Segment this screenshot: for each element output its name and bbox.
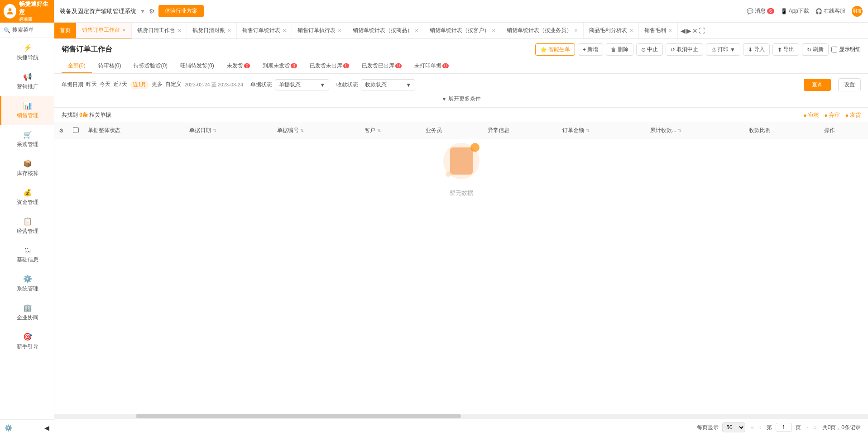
industry-btn[interactable]: 体验行业方案 [158,5,204,17]
tab-next-btn[interactable]: ▶ [686,27,691,34]
tab-sales-order[interactable]: 销售订单工作台 ✕ [77,23,132,39]
export-btn[interactable]: ⬆ 导出 [772,43,799,56]
add-btn[interactable]: + 新增 [578,43,603,56]
scrollbar-thumb[interactable] [136,414,461,418]
col-number[interactable]: 单据编号 ⇅ [273,123,360,138]
sidebar-item-sales[interactable]: 📊 销售管理 [0,96,54,125]
tab-close-cash-daily[interactable]: ✕ [177,28,181,33]
show-detail-label[interactable]: 显示明细 [831,46,861,53]
col-amount[interactable]: 订单金额 ⇅ [558,123,645,138]
cancel-suspend-btn[interactable]: ↺ 取消中止 [666,43,703,56]
tab-sales-exec[interactable]: 销售订单执行表 ✕ [292,23,347,39]
tab-sales-summary-customer[interactable]: 销货单统计表（按客户） ✕ [424,23,501,39]
app-download-btn[interactable]: 📱 App下载 [781,7,809,15]
tab-sales-summary-staff[interactable]: 销货单统计表（按业务员） ✕ [501,23,584,39]
sidebar-item-enterprise[interactable]: 🏢 企业协同 [0,298,54,327]
col-date[interactable]: 单据日期 ⇅ [185,123,272,138]
tab-close-product-profit[interactable]: ✕ [629,28,633,33]
sub-tab-not-shipped[interactable]: 未发货0 [221,59,257,73]
col-gear[interactable]: ⚙ [54,123,68,138]
setting-btn[interactable]: 设置 [838,78,861,91]
status-filter: 单据状态 单据状态 ▼ [250,79,329,90]
date-7days[interactable]: 近7天 [113,81,127,89]
next-page-btn[interactable]: › [805,423,810,431]
suspend-btn[interactable]: ⊙ 中止 [636,43,663,56]
settings-icon[interactable]: ⚙️ [5,424,12,431]
tab-close-sales-summary-customer[interactable]: ✕ [492,28,495,33]
tab-prev-btn[interactable]: ◀ [681,27,686,34]
sidebar-item-inventory[interactable]: 📦 库存核算 [0,154,54,183]
sidebar-item-operations[interactable]: 📋 经营管理 [0,212,54,241]
date-custom[interactable]: 自定义 [165,81,182,89]
tab-sales-profit[interactable]: 销售毛利 ✕ [639,23,678,39]
select-all-checkbox[interactable] [73,127,79,133]
sub-tab-overdue-not-shipped[interactable]: 到期未发货0 [256,59,303,73]
sub-tab-shipped-out[interactable]: 已发货已出库0 [355,59,408,73]
import-btn[interactable]: ⬇ 导入 [743,43,770,56]
date-1month[interactable]: 近1月 [130,81,149,89]
sidebar-item-quick-nav[interactable]: ⚡ 快捷导航 [0,38,54,67]
online-service-btn[interactable]: 🎧 在线客服 [815,7,845,15]
sub-tab-pending-review[interactable]: 待审核(0) [92,59,128,73]
sidebar-item-marketing[interactable]: 📢 营销推广 [0,67,54,96]
tab-sales-stats[interactable]: 销售订单统计表 ✕ [237,23,292,39]
quick-nav-icon: ⚡ [23,43,32,52]
tab-close-cash-reconcile[interactable]: ✕ [227,28,231,33]
table-scroll-container[interactable]: ⚙ 单据整体状态 单据日期 ⇅ 单据编号 ⇅ 客户 ⇅ 业务员 异常信息 订单金… [54,123,868,414]
tab-close-sales-summary-staff[interactable]: ✕ [574,28,578,33]
collapse-icon[interactable]: ◀ [44,424,49,431]
show-detail-checkbox[interactable] [831,47,837,52]
cancel-review-action[interactable]: ● 弃审 [825,111,840,119]
status-select[interactable]: 单据状态 ▼ [275,79,329,90]
sidebar-item-guide[interactable]: 🎯 新手引导 [0,327,54,356]
sub-tab-shipped-not-out[interactable]: 已发货未出库0 [303,59,356,73]
tab-close-sales-summary-product[interactable]: ✕ [415,28,418,33]
tab-home[interactable]: 首页 [54,23,77,39]
col-exception: 异常信息 [483,123,558,138]
dropdown-icon[interactable]: ▼ [140,8,145,14]
horizontal-scrollbar[interactable] [54,414,868,418]
sub-tab-wangpu-delivery[interactable]: 旺铺待发货(0) [174,59,221,73]
user-btn[interactable]: 用友 [852,6,863,17]
sidebar-item-purchase[interactable]: 🛒 采购管理 [0,125,54,154]
tab-cash-reconcile[interactable]: 钱货日清对账 ✕ [187,23,237,39]
sub-tab-pending-check[interactable]: 待拣货验货(0) [127,59,174,73]
sidebar-item-system[interactable]: ⚙️ 系统管理 [0,269,54,298]
settings-gear-icon[interactable]: ⚙ [149,8,155,15]
sidebar-item-finance[interactable]: 💰 资金管理 [0,183,54,212]
tab-close-sales-order[interactable]: ✕ [122,28,126,33]
page-input[interactable] [776,423,792,432]
query-btn[interactable]: 查询 [804,79,831,91]
refresh-btn[interactable]: ↻ 刷新 [802,43,829,56]
smart-create-btn[interactable]: ⭐ 智能生单 [535,43,575,56]
sidebar-item-basic-info[interactable]: 🗂 基础信息 [0,241,54,269]
tab-product-profit[interactable]: 商品毛利分析表 ✕ [584,23,639,39]
sub-tab-all[interactable]: 全部(0) [62,59,92,73]
print-btn[interactable]: 🖨 打印 ▼ [706,43,740,56]
date-today[interactable]: 今天 [100,81,110,89]
date-more[interactable]: 更多 [152,81,163,89]
col-collected[interactable]: 累计收款... ⇅ [646,123,744,138]
tab-close-all-btn[interactable]: ✕ [692,27,698,34]
tab-close-sales-profit[interactable]: ✕ [668,28,672,33]
page-size-select[interactable]: 10 20 50 100 [722,422,745,432]
tab-close-sales-stats[interactable]: ✕ [283,28,286,33]
col-customer[interactable]: 客户 ⇅ [360,123,421,138]
payment-select[interactable]: 收款状态 ▼ [361,79,415,90]
ship-action[interactable]: ● 发货 [845,111,861,119]
delete-btn[interactable]: 🗑 删除 [606,43,633,56]
tab-sales-summary-product[interactable]: 销货单统计表（按商品） ✕ [347,23,424,39]
date-yesterday[interactable]: 昨天 [86,81,97,89]
last-page-btn[interactable]: » [812,423,819,431]
tab-close-sales-exec[interactable]: ✕ [338,28,341,33]
col-checkbox[interactable] [68,123,83,138]
prev-page-btn[interactable]: ‹ [758,423,763,431]
expand-btn[interactable]: ▼ 展开更多条件 [441,95,481,103]
review-action[interactable]: ● 审核 [803,111,819,119]
tab-cash-daily[interactable]: 钱货日清工作台 ✕ [132,23,187,39]
first-page-btn[interactable]: « [749,423,756,431]
search-menu[interactable]: 🔍 搜索菜单 [0,23,54,38]
sub-tab-not-printed[interactable]: 未打印单据0 [408,59,455,73]
message-btn[interactable]: 💬 消息 6 [747,7,774,15]
tab-maximize-btn[interactable]: ⛶ [699,27,705,34]
